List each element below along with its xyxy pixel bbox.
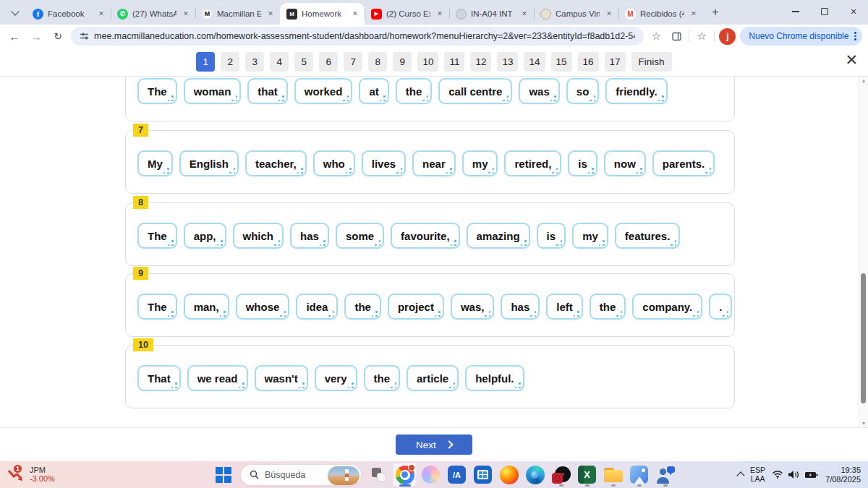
page-button[interactable]: 4 xyxy=(270,52,289,72)
store-button[interactable] xyxy=(471,463,495,487)
word-tile[interactable]: the xyxy=(344,294,381,320)
wifi-icon[interactable] xyxy=(772,470,783,479)
word-tile[interactable]: whose xyxy=(236,294,290,320)
page-button[interactable]: 8 xyxy=(368,52,387,72)
tab-close-icon[interactable] xyxy=(435,9,445,19)
chrome-update-button[interactable]: Nuevo Chrome disponible xyxy=(740,27,862,46)
bookmark-star-icon[interactable] xyxy=(648,28,664,44)
minimize-button[interactable] xyxy=(781,0,810,23)
word-tile[interactable]: wasn't xyxy=(255,365,308,391)
browser-tab[interactable]: Facebook xyxy=(26,3,111,25)
tab-close-icon[interactable] xyxy=(96,9,106,19)
tab-search-button[interactable] xyxy=(6,3,25,22)
word-tile[interactable]: The xyxy=(137,223,177,249)
tab-close-icon[interactable] xyxy=(519,9,529,19)
file-explorer-button[interactable] xyxy=(601,463,625,487)
finish-button[interactable]: Finish xyxy=(631,52,672,72)
page-button[interactable]: 3 xyxy=(245,52,264,72)
word-tile[interactable]: is xyxy=(568,150,597,176)
page-button[interactable]: 7 xyxy=(344,52,362,72)
word-tile[interactable]: the xyxy=(396,78,433,104)
profile-avatar[interactable]: j xyxy=(719,28,736,45)
page-button[interactable]: 2 xyxy=(221,52,239,72)
tab-close-icon[interactable] xyxy=(265,9,276,19)
tab-close-icon[interactable] xyxy=(181,9,191,19)
page-button[interactable]: 12 xyxy=(470,52,491,72)
page-button[interactable]: 10 xyxy=(417,52,438,72)
tab-close-icon[interactable] xyxy=(350,9,360,19)
word-tile[interactable]: project xyxy=(388,294,444,320)
browser-tab[interactable]: IN-A04 INT PRO xyxy=(449,3,534,25)
restore-button[interactable] xyxy=(810,0,839,23)
word-tile[interactable]: The xyxy=(137,294,177,320)
search-highlight-thumbnail[interactable] xyxy=(328,466,359,485)
page-button[interactable]: 16 xyxy=(578,52,599,72)
taskbar-clock[interactable]: 19:35 7/08/2025 xyxy=(825,466,861,484)
ia-app-button[interactable]: /A xyxy=(445,463,469,487)
word-tile[interactable]: call centre xyxy=(438,78,512,104)
firefox-button[interactable] xyxy=(497,463,521,487)
close-window-button[interactable] xyxy=(839,0,868,23)
taskbar-search[interactable]: Búsqueda xyxy=(240,464,362,486)
word-tile[interactable]: has xyxy=(290,223,329,249)
volume-icon[interactable] xyxy=(788,470,800,479)
word-tile[interactable]: my xyxy=(462,150,498,176)
browser-tab[interactable]: Campus Virtual U xyxy=(534,3,618,25)
browser-tab[interactable]: (27) WhatsApp B xyxy=(111,3,195,25)
word-tile[interactable]: article xyxy=(407,365,459,391)
chrome-taskbar-button[interactable] xyxy=(393,463,417,487)
word-tile[interactable]: some xyxy=(336,223,384,249)
word-tile[interactable]: was, xyxy=(451,294,495,320)
reload-button[interactable] xyxy=(49,27,67,45)
word-tile[interactable]: idea xyxy=(296,294,338,320)
word-tile[interactable]: my xyxy=(572,223,608,249)
word-tile[interactable]: is xyxy=(537,223,566,249)
page-button[interactable]: 6 xyxy=(319,52,338,72)
page-button[interactable]: 14 xyxy=(524,52,545,72)
new-tab-button[interactable] xyxy=(706,3,725,22)
side-panel-icon[interactable] xyxy=(668,28,684,44)
language-indicator[interactable]: ESP LAA xyxy=(750,466,765,483)
browser-tab[interactable]: Recibidos (4.232 xyxy=(618,3,703,25)
word-tile[interactable]: retired, xyxy=(504,150,561,176)
word-tile[interactable]: company. xyxy=(632,294,702,320)
word-tile[interactable]: favourite, xyxy=(391,223,460,249)
word-tile[interactable]: so xyxy=(566,78,600,104)
word-tile[interactable]: The xyxy=(137,78,177,104)
word-tile[interactable]: woman xyxy=(184,78,242,104)
word-tile[interactable]: lives xyxy=(362,150,406,176)
word-tile[interactable]: who xyxy=(313,150,355,176)
page-button[interactable]: 11 xyxy=(444,52,464,72)
close-quiz-icon[interactable] xyxy=(845,52,858,67)
excel-button[interactable]: X xyxy=(575,463,599,487)
word-tile[interactable]: amazing xyxy=(467,223,530,249)
media-app-button[interactable] xyxy=(549,463,573,487)
next-button[interactable]: Next xyxy=(396,435,472,455)
edge-button[interactable] xyxy=(523,463,547,487)
page-button[interactable]: 13 xyxy=(497,52,518,72)
copilot-button[interactable] xyxy=(419,463,443,487)
word-tile[interactable]: helpful. xyxy=(465,365,524,391)
browser-tab[interactable]: (2) Curso Excel V xyxy=(365,3,449,25)
word-tile[interactable]: which xyxy=(233,223,284,249)
word-tile[interactable]: the xyxy=(364,365,401,391)
tab-close-icon[interactable] xyxy=(689,9,699,19)
word-tile[interactable]: near xyxy=(412,150,456,176)
word-tile[interactable]: we read xyxy=(187,365,248,391)
word-tile[interactable]: very xyxy=(315,365,357,391)
scroll-up-icon[interactable] xyxy=(859,77,868,85)
word-tile[interactable]: . xyxy=(709,294,732,320)
forward-button[interactable] xyxy=(27,27,45,45)
word-tile[interactable]: that xyxy=(247,78,288,104)
extensions-star-icon[interactable] xyxy=(694,28,710,44)
page-button[interactable]: 17 xyxy=(605,52,626,72)
word-tile[interactable]: English xyxy=(179,150,239,176)
word-tile[interactable]: My xyxy=(137,150,173,176)
scrollbar[interactable] xyxy=(859,77,868,428)
kebab-menu-icon[interactable] xyxy=(854,32,856,40)
word-tile[interactable]: friendly. xyxy=(605,78,667,104)
page-button[interactable]: 1 xyxy=(196,52,215,72)
word-tile[interactable]: at xyxy=(359,78,388,104)
word-tile[interactable]: left xyxy=(546,294,583,320)
tab-close-icon[interactable] xyxy=(604,9,614,19)
